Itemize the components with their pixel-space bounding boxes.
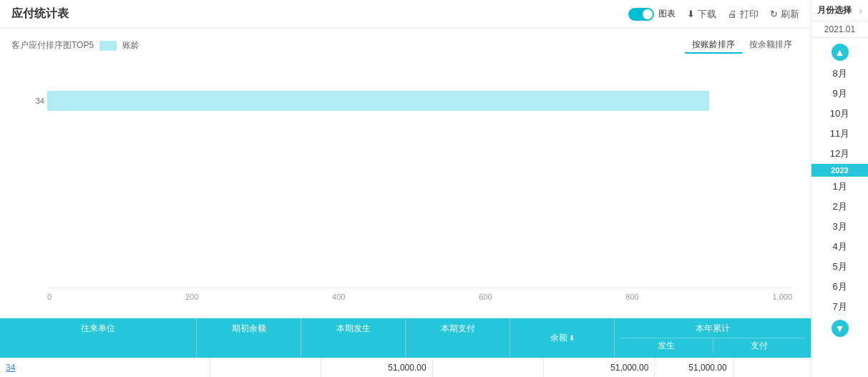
chart-wrapper: 34 856天 0 200 400 600 800 1,000 bbox=[11, 59, 799, 308]
download-icon: ⬇ bbox=[687, 9, 695, 19]
refresh-icon: ↻ bbox=[770, 9, 778, 19]
col-header-year-total: 本年累计 发生 支付 bbox=[615, 318, 811, 358]
legend-text: 客户应付排序图TOP5 bbox=[11, 39, 94, 52]
cell-current-pay bbox=[433, 358, 544, 377]
table-header: 往来单位 期初余额 本期发生 本期支付 余额 ⬇ 本年累计 发生 支付 bbox=[0, 318, 811, 358]
year-subheader: 发生 支付 bbox=[620, 338, 805, 353]
x-axis-line bbox=[47, 288, 792, 288]
refresh-button[interactable]: ↻ 刷新 bbox=[770, 8, 799, 21]
page-title: 应付统计表 bbox=[11, 6, 69, 21]
print-button[interactable]: 🖨 打印 bbox=[728, 8, 759, 21]
balance-sort-icon: ⬇ bbox=[569, 334, 575, 342]
col-header-current-pay: 本期支付 bbox=[406, 318, 510, 358]
header-actions: 图表 ⬇ 下载 🖨 打印 ↻ 刷新 bbox=[628, 8, 799, 21]
year-marker[interactable]: 2023 bbox=[811, 164, 868, 177]
bar-fill bbox=[47, 91, 709, 111]
sidebar-title: 月份选择 bbox=[817, 4, 852, 16]
download-label: 下载 bbox=[698, 8, 716, 21]
cell-opening bbox=[210, 358, 321, 377]
col-subheader-year-pay: 支付 bbox=[713, 338, 806, 353]
col-header-current-occur: 本期发生 bbox=[301, 318, 406, 358]
sidebar-nav: ▲ 8月 9月 10月 11月 12月 2023 1月 2月 3月 4月 5月 … bbox=[811, 38, 868, 343]
sidebar-current-value: 2021.01 bbox=[811, 21, 868, 38]
x-axis-0: 0 bbox=[47, 293, 52, 301]
cell-unit[interactable]: 34 bbox=[0, 358, 210, 377]
month-item-9[interactable]: 9月 bbox=[811, 84, 868, 104]
x-axis-200: 200 bbox=[185, 293, 198, 301]
print-label: 打印 bbox=[740, 8, 759, 21]
x-axis-1000: 1,000 bbox=[772, 293, 792, 301]
print-icon: 🖨 bbox=[728, 9, 737, 19]
cell-current-occur: 51,000.00 bbox=[321, 358, 432, 377]
page-header: 应付统计表 图表 ⬇ 下载 🖨 打印 ↻ 刷新 bbox=[0, 0, 811, 29]
col-header-balance: 余额 ⬇ bbox=[510, 318, 615, 358]
month-item-7[interactable]: 7月 bbox=[811, 297, 868, 317]
cell-balance: 51,000.00 bbox=[544, 358, 655, 377]
month-item-3[interactable]: 3月 bbox=[811, 217, 868, 237]
x-axis: 0 200 400 600 800 1,000 bbox=[47, 293, 792, 301]
col-header-opening: 期初余额 bbox=[197, 318, 301, 358]
x-axis-600: 600 bbox=[479, 293, 492, 301]
legend-box bbox=[99, 41, 117, 51]
sort-by-age-button[interactable]: 按账龄排序 bbox=[685, 37, 742, 54]
cell-year-pay bbox=[733, 358, 811, 377]
nav-up-arrow[interactable]: ▲ bbox=[832, 44, 849, 61]
bar-label: 34 bbox=[19, 97, 44, 105]
x-axis-400: 400 bbox=[332, 293, 345, 301]
chart-area: 客户应付排序图TOP5 账龄 按账龄排序 按余额排序 34 856天 bbox=[0, 29, 811, 317]
bar-chart: 34 856天 bbox=[47, 87, 799, 308]
nav-down-arrow[interactable]: ▼ bbox=[832, 320, 849, 337]
month-item-12[interactable]: 12月 bbox=[811, 144, 868, 164]
col-subheader-year-occur: 发生 bbox=[620, 338, 713, 353]
bar-row: 34 856天 bbox=[47, 87, 799, 115]
month-item-1[interactable]: 1月 bbox=[811, 177, 868, 197]
sidebar: 月份选择 › 2021.01 ▲ 8月 9月 10月 11月 12月 2023 … bbox=[811, 0, 868, 377]
legend-box-label: 账龄 bbox=[122, 39, 140, 52]
col-header-unit: 往来单位 bbox=[0, 318, 197, 358]
month-item-8[interactable]: 8月 bbox=[811, 64, 868, 84]
refresh-label: 刷新 bbox=[781, 8, 799, 21]
sidebar-collapse-icon[interactable]: › bbox=[859, 5, 862, 16]
chart-header: 客户应付排序图TOP5 账龄 按账龄排序 按余额排序 bbox=[11, 37, 799, 54]
table-area: 往来单位 期初余额 本期发生 本期支付 余额 ⬇ 本年累计 发生 支付 bbox=[0, 318, 811, 377]
bar-track: 856天 bbox=[47, 91, 799, 111]
sort-buttons: 按账龄排序 按余额排序 bbox=[685, 37, 799, 54]
x-axis-800: 800 bbox=[625, 293, 638, 301]
month-item-4[interactable]: 4月 bbox=[811, 237, 868, 257]
chart-toggle[interactable] bbox=[628, 8, 654, 21]
chart-legend: 客户应付排序图TOP5 账龄 bbox=[11, 39, 140, 52]
cell-year-occur: 51,000.00 bbox=[655, 358, 733, 377]
sort-by-balance-button[interactable]: 按余额排序 bbox=[742, 37, 799, 54]
table-row: 34 51,000.00 51,000.00 51,000.00 bbox=[0, 358, 811, 377]
chart-label: 图表 bbox=[658, 8, 676, 20]
chart-toggle-wrap: 图表 bbox=[628, 8, 676, 21]
sidebar-header: 月份选择 › bbox=[811, 0, 868, 21]
month-item-5[interactable]: 5月 bbox=[811, 257, 868, 277]
month-item-11[interactable]: 11月 bbox=[811, 124, 868, 144]
month-item-6[interactable]: 6月 bbox=[811, 277, 868, 297]
month-item-2[interactable]: 2月 bbox=[811, 197, 868, 217]
month-item-10[interactable]: 10月 bbox=[811, 104, 868, 124]
download-button[interactable]: ⬇ 下载 bbox=[687, 8, 716, 21]
